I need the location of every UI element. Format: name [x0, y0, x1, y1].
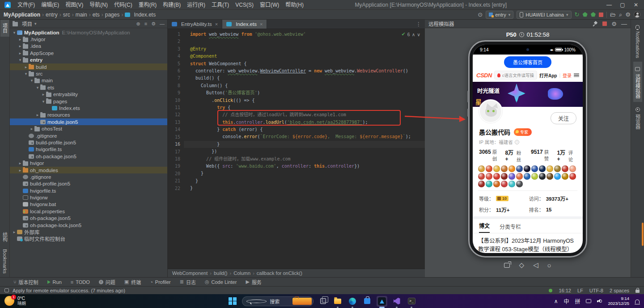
close-icon[interactable]: ×: [260, 21, 263, 27]
indent-indicator[interactable]: 2 spaces: [610, 288, 629, 293]
hide-panel-icon[interactable]: —: [160, 21, 165, 27]
menu-item[interactable]: 运行(R): [184, 0, 208, 10]
close-button[interactable]: ✕: [630, 0, 642, 9]
tree-row[interactable]: oh-package.json5: [10, 153, 167, 160]
toolwindow-run[interactable]: Run: [47, 279, 62, 285]
tree-row[interactable]: hvigorfile.ts: [10, 146, 167, 153]
tree-arrow-icon[interactable]: ▾: [23, 72, 29, 76]
toolwindow-branch[interactable]: ⑂版本控制: [13, 278, 38, 286]
tree-arrow-icon[interactable]: ▸: [29, 127, 34, 131]
rotate-icon[interactable]: [504, 263, 510, 268]
editor-breadcrumb-item[interactable]: callback for onClick(): [257, 270, 302, 276]
debug-button[interactable]: ⬟: [582, 12, 587, 17]
phone-screen[interactable]: 9:14 ◂▸ 100% 愚公博客首页 CSDN: [473, 45, 583, 253]
locate-icon[interactable]: ⊙: [478, 12, 483, 17]
tree-row[interactable]: oh-package.json5: [10, 215, 167, 222]
toolwindow-services[interactable]: ▶服务: [246, 278, 261, 286]
editor-breadcrumb-item[interactable]: WebComponent: [172, 270, 208, 276]
profile-stat[interactable]: 3065原创: [479, 148, 499, 163]
network-display-icon[interactable]: [586, 299, 591, 303]
next-problem-icon[interactable]: ∨: [417, 32, 420, 37]
editor-tab[interactable]: EntryAbility.ts×: [168, 20, 222, 29]
tree-row[interactable]: ▾entry: [10, 57, 167, 63]
profile-stat[interactable]: 1万+评论: [557, 148, 576, 163]
ime-mode-indicator[interactable]: 中: [564, 297, 569, 305]
home-icon[interactable]: ○: [547, 262, 551, 269]
tree-arrow-icon[interactable]: ▸: [23, 65, 29, 69]
close-icon[interactable]: ×: [215, 21, 218, 27]
notification-center-icon[interactable]: [635, 300, 640, 304]
start-button[interactable]: [227, 296, 238, 307]
editor-breadcrumb-item[interactable]: Column: [233, 270, 250, 276]
ime-pinyin-indicator[interactable]: 拼: [575, 297, 580, 305]
article-title[interactable]: 【愚公系列】2023年12月 HarmonyOS教学课程 053-Stage模型…: [473, 233, 583, 253]
visual-studio-button[interactable]: [391, 296, 402, 307]
speaker-icon[interactable]: [597, 299, 602, 303]
tree-arrow-icon[interactable]: ▸: [17, 168, 23, 173]
device-file-browser-icon[interactable]: 🗁: [610, 12, 616, 17]
toolwindow-profiler[interactable]: ◔Profiler: [150, 279, 171, 285]
tree-row[interactable]: ▾MyApplicationE:\HarmonyOS\MyApplication: [10, 29, 167, 36]
profile-avatar[interactable]: [634, 11, 640, 18]
tree-row[interactable]: .gitignore: [10, 173, 167, 180]
tree-row[interactable]: ▾pages: [10, 98, 167, 105]
menu-item[interactable]: 编辑(E): [38, 0, 62, 10]
tree-row[interactable]: hvigorfile.ts: [10, 187, 167, 194]
sidebar-tab-bookmarks[interactable]: Bookmarks: [1, 245, 8, 277]
file-explorer-button[interactable]: [332, 296, 343, 307]
editor-tab[interactable]: Index.ets×: [222, 20, 267, 29]
tree-row[interactable]: local.properties: [10, 208, 167, 215]
follow-button[interactable]: 关注: [551, 112, 576, 124]
menu-item[interactable]: 构建(B): [160, 0, 184, 10]
scrollbar-thumb[interactable]: [642, 223, 644, 246]
tree-arrow-icon[interactable]: ▸: [35, 113, 40, 117]
tree-row[interactable]: ▸.hvigor: [10, 36, 167, 42]
toolwindow-lint[interactable]: ◎Code Linter: [205, 279, 237, 285]
toolwindow-terminal[interactable]: ▣终端: [124, 278, 141, 286]
hamburger-menu-icon[interactable]: [574, 72, 579, 78]
collapse-all-icon[interactable]: ≡: [144, 21, 147, 27]
menu-item[interactable]: 文件(F): [14, 0, 38, 10]
tab-options-icon[interactable]: ⋮: [412, 21, 425, 27]
code-editor[interactable]: 12345678910111213141516171819202122 impo…: [168, 29, 425, 269]
minimize-button[interactable]: —: [603, 0, 615, 9]
tree-arrow-icon[interactable]: ▸: [12, 230, 17, 234]
sidebar-tab-structure[interactable]: 结构: [0, 228, 9, 245]
tree-row[interactable]: ▸ohosTest: [10, 125, 167, 132]
project-panel-title[interactable]: 项目 ▾: [13, 20, 37, 27]
tree-row[interactable]: hvigorw: [10, 194, 167, 201]
sidebar-tab-previewer[interactable]: 预览器: [633, 102, 642, 133]
tree-row[interactable]: 临时文件和控制台: [10, 236, 167, 242]
device-selector[interactable]: HUAWEI Lahaina ▾: [517, 11, 571, 19]
tree-row[interactable]: hvigorw.bat: [10, 201, 167, 208]
content-tab[interactable]: 分类专栏: [500, 223, 521, 233]
emulator-stop-button[interactable]: [602, 21, 607, 26]
breadcrumb-item[interactable]: pages: [105, 12, 120, 18]
inspection-widget[interactable]: ✔ 6 ∧ ∨: [402, 31, 420, 37]
blog-home-button[interactable]: 愚公博客首页: [504, 56, 551, 68]
login-link[interactable]: 登录: [563, 72, 572, 79]
tree-arrow-icon[interactable]: ▸: [41, 92, 46, 97]
toolwindow-log[interactable]: ≣日志: [180, 278, 196, 286]
menu-item[interactable]: 视图(V): [62, 0, 86, 10]
tree-row[interactable]: build-profile.json5: [10, 181, 167, 187]
pin-icon[interactable]: [593, 21, 598, 26]
menu-item[interactable]: 导航(N): [86, 0, 111, 10]
tree-row[interactable]: ▸resources: [10, 112, 167, 118]
menu-item[interactable]: 重构(R): [136, 0, 160, 10]
content-tab[interactable]: 博文: [479, 222, 490, 233]
tree-row[interactable]: ▸oh_modules: [10, 167, 167, 173]
breadcrumb-item[interactable]: MyApplication: [4, 12, 40, 18]
locate-file-icon[interactable]: ⊕: [136, 21, 140, 27]
breadcrumb-item[interactable]: ets: [93, 12, 100, 18]
menu-item[interactable]: VCS(S): [232, 0, 257, 10]
sidebar-tab-remote-emulator[interactable]: 远程模拟器: [633, 62, 642, 102]
deveco-studio-button[interactable]: [377, 296, 387, 307]
tree-arrow-icon[interactable]: ▸: [17, 44, 23, 48]
prev-problem-icon[interactable]: ∧: [412, 32, 415, 37]
tree-row[interactable]: .gitignore: [10, 132, 167, 139]
task-view-button[interactable]: [318, 296, 328, 307]
tree-row[interactable]: ▸外部库: [10, 228, 167, 235]
tree-arrow-icon[interactable]: ▾: [41, 99, 46, 104]
back-icon[interactable]: ◁: [533, 261, 538, 269]
